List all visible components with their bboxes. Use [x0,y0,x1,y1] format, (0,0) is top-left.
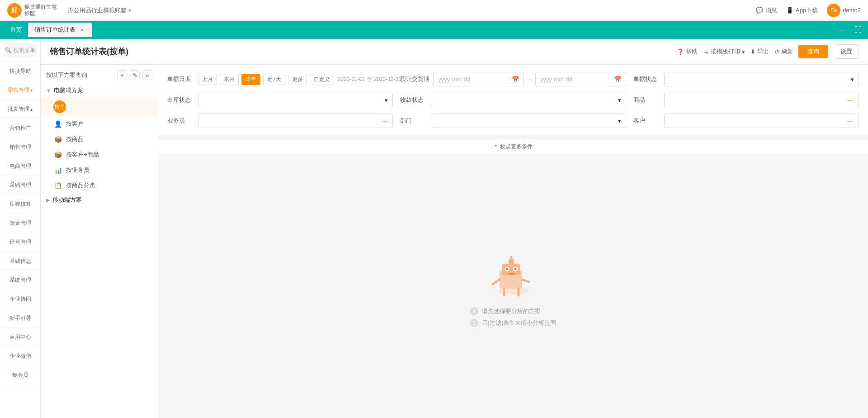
expected-date-end-placeholder: yyyy-mm-dd [540,76,572,83]
collapse-panel-button[interactable]: « [142,70,152,80]
tab-sales-order[interactable]: 销售订单统计表 × [28,23,92,37]
scheme-item-by-order[interactable]: 按单 [41,97,158,116]
svg-point-5 [506,268,509,270]
goods-filter-label: 商品 [633,96,660,104]
delivery-status-select[interactable]: ▾ [198,93,393,107]
order-status-label: 单据状态 [633,75,660,83]
scheme-group-pc-label: 电脑端方案 [54,86,83,95]
app-title-area[interactable]: 办公用品行业模拟账套 ▾ [68,6,131,14]
filter-item-department: 部门 ▾ [400,114,626,128]
expected-date-label: 预计交货期 [400,75,429,83]
svg-line-9 [522,280,529,282]
sidebar-item-system[interactable]: 系统管理 [0,271,40,290]
sidebar-item-marketing[interactable]: 营销推广 [0,119,40,138]
scheme-item-goods-category-icon: 📋 [53,181,62,190]
hint-text-2: 用[过滤]条件来缩小分析范围 [482,319,556,327]
query-button[interactable]: 查询 [798,45,828,58]
scheme-item-by-salesperson[interactable]: 📊 按业务员 [41,162,158,178]
query-panel-title: 按以下方案查询 [46,71,87,79]
department-select[interactable]: ▾ [431,114,626,128]
refresh-button[interactable]: ↺ 刷新 [774,48,793,56]
sidebar-item-member[interactable]: 畅会员 [0,366,40,385]
hint-num-1: 1 [470,307,478,315]
empty-hint-2: 2 用[过滤]条件来缩小分析范围 [470,319,556,327]
sidebar-item-label: 畅会员 [12,372,28,378]
expected-date-end[interactable]: yyyy-mm-dd 📅 [535,72,626,86]
date-filter-buttons: 上月 本月 本年 近7天 更多 自定义 [198,74,334,85]
sidebar-item-ecommerce[interactable]: 电商管理 [0,157,40,176]
customer-more-icon: ··· [847,116,854,126]
date-btn-this-month[interactable]: 本月 [220,74,239,85]
search-menu-label: 搜索菜单 [14,47,35,54]
scheme-item-by-customer-goods[interactable]: 📦 按客户+商品 [41,147,158,162]
add-scheme-button[interactable]: + [117,70,127,80]
scheme-item-goods-icon: 📦 [53,135,62,144]
logo-text: 畅捷通好生意 标版 [24,4,57,17]
filter-row-1: 单据日期 上月 本月 本年 近7天 更多 自定义 2023-01-01 至 20… [167,72,859,86]
date-btn-last-month[interactable]: 上月 [198,74,217,85]
scheme-item-by-customer[interactable]: 👤 按客户 [41,116,158,132]
sidebar-item-operations[interactable]: 经营管理 [0,233,40,252]
tab-sales-order-label: 销售订单统计表 [34,26,75,34]
goods-select[interactable]: ··· [664,93,859,107]
date-btn-this-year[interactable]: 本年 [241,74,260,85]
date-btn-more[interactable]: 更多 [288,74,307,85]
app-download-button[interactable]: 📱 App下载 [786,6,818,14]
order-status-select[interactable]: ▾ [664,72,859,86]
tab-close-icon[interactable]: × [78,26,85,33]
scheme-item-by-goods[interactable]: 📦 按商品 [41,132,158,147]
sidebar-item-label: 应用中心 [9,334,31,340]
tab-home[interactable]: 首页 [4,23,28,37]
page-actions: ❓ 帮助 🖨 按模板打印 ▾ ⬇ 导出 ↺ 刷新 查询 设置 [677,44,859,64]
sidebar-item-enterprise[interactable]: 企业协同 [0,290,40,309]
date-btn-custom[interactable]: 自定义 [310,74,334,85]
scheme-item-by-goods-category[interactable]: 📋 按商品分类 [41,178,158,193]
sidebar-item-label: 零售管理 [8,86,29,94]
settings-button[interactable]: 设置 [834,44,859,59]
hint-text-1: 请先选择要分析的方案 [482,307,541,315]
delivery-status-dropdown-icon: ▾ [385,97,388,104]
help-button[interactable]: ❓ 帮助 [677,48,698,56]
sidebar-item-newbie[interactable]: 新手引导 [0,309,40,328]
scheme-group-pc-header[interactable]: ▼ 电脑端方案 [41,84,158,97]
scheme-group-mobile-header[interactable]: ▶ 移动端方案 [41,193,158,207]
sidebar-item-purchase[interactable]: 采购管理 [0,176,40,195]
payment-status-select[interactable]: ▾ [431,93,626,107]
search-menu-button[interactable]: 🔍 搜索菜单 [4,43,37,57]
sidebar-item-label: 企业协同 [9,296,31,302]
page-header: 销售订单统计表(按单) ❓ 帮助 🖨 按模板打印 ▾ ⬇ 导出 ↺ 刷新 [41,39,868,65]
sidebar-item-corpwechat[interactable]: 企业微信 [0,347,40,366]
sidebar-item-inventory[interactable]: 库存核算 [0,195,40,214]
user-menu[interactable]: Ea demo2 [827,4,861,17]
sidebar-item-finance[interactable]: 资金管理 [0,214,40,233]
tab-home-label: 首页 [10,26,22,34]
expected-date-start[interactable]: yyyy-mm-dd 📅 [433,72,524,86]
tab-minimize-button[interactable]: — [835,24,848,36]
scheme-item-goods-label: 按商品 [66,135,84,143]
refresh-label: 刷新 [781,48,793,56]
svg-rect-7 [509,273,514,275]
customer-filter-label: 客户 [633,117,660,125]
tab-maximize-button[interactable]: ⛶ [852,24,864,36]
scheme-item-customer-goods-label: 按客户+商品 [66,151,99,159]
date-btn-last7[interactable]: 近7天 [263,74,285,85]
department-filter-label: 部门 [400,117,427,125]
empty-hint-1: 1 请先选择要分析的方案 [470,307,556,315]
help-label: 帮助 [686,48,698,56]
sidebar-item-quick-nav[interactable]: 快捷导航 [0,62,40,81]
sidebar-item-sales[interactable]: 销售管理 [0,138,40,157]
sidebar-item-appcenter[interactable]: 应用中心 [0,328,40,347]
salesperson-select[interactable]: ··· [198,114,393,128]
sidebar-item-wholesale[interactable]: 批发管理 ▴ [0,100,40,119]
collapse-bar[interactable]: ⌃ 收起更多条件 [158,139,868,154]
export-button[interactable]: ⬇ 导出 [750,48,769,56]
customer-select[interactable]: ··· [664,114,859,128]
right-area: 单据日期 上月 本月 本年 近7天 更多 自定义 2023-01-01 至 20… [158,65,868,418]
sidebar-item-basic[interactable]: 基础信息 [0,252,40,271]
print-dropdown-icon: ▾ [742,48,745,55]
sidebar-item-retail[interactable]: 零售管理 ▾ [0,81,40,100]
print-button[interactable]: 🖨 按模板打印 ▾ [703,48,745,56]
message-button[interactable]: 💬 消息 [756,6,777,14]
empty-hints: 1 请先选择要分析的方案 2 用[过滤]条件来缩小分析范围 [470,307,556,327]
edit-scheme-button[interactable]: ✎ [130,70,140,80]
